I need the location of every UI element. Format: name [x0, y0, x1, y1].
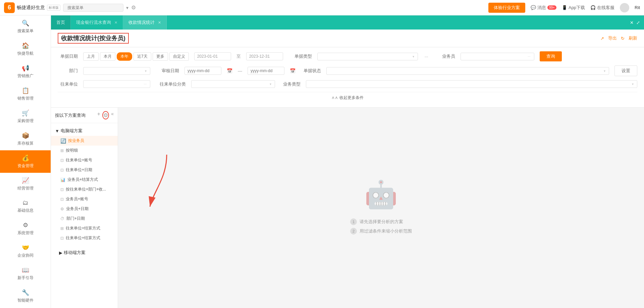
- sidebar-item-hardware[interactable]: 🔧 智能硬件: [0, 285, 51, 307]
- date-end-input[interactable]: [246, 52, 283, 60]
- tab-close-all-icon[interactable]: ✕: [630, 20, 634, 25]
- header-right: 体验行业方案 💬 消息 99+ 📱 App下载 🎧 在线客服 Rit: [488, 3, 640, 13]
- trial-button[interactable]: 体验行业方案: [488, 3, 525, 13]
- tab-receipts-label: 收款情况统计: [128, 19, 155, 25]
- tree-item-partner-settle2[interactable]: ⊡ 往来单位+结算方式: [51, 233, 118, 243]
- dept-select[interactable]: ▾: [83, 67, 150, 75]
- sidebar-item-system[interactable]: ⚙ 系统管理: [0, 217, 51, 240]
- tree-header-desktop[interactable]: ▼ 电脑端方案: [51, 126, 118, 136]
- messages-action[interactable]: 💬 消息 99+: [531, 5, 556, 11]
- tree-item-salesman[interactable]: 🔄 按业务员: [51, 136, 118, 146]
- salesman-select[interactable]: ···: [461, 53, 534, 60]
- online-service-action[interactable]: 🎧 在线客服: [590, 5, 614, 11]
- salesman-date-icon: ⚙: [60, 207, 64, 211]
- date-btn-7days[interactable]: 近7天: [133, 52, 151, 61]
- date-btn-more[interactable]: 更多: [153, 52, 168, 61]
- doc-type-label: 单据类型: [288, 53, 312, 59]
- collapse-panel-icon[interactable]: «: [111, 111, 114, 119]
- sidebar-item-guide[interactable]: 📖 新手引导: [0, 262, 51, 285]
- sidebar-item-inventory[interactable]: 📦 库存核算: [0, 128, 51, 150]
- home-icon: 🏠: [22, 42, 29, 49]
- tab-bar: 首页 现金银行流水查询 ✕ 收款情况统计 ✕ ✕ ⤢: [51, 15, 644, 30]
- review-end-input[interactable]: [248, 67, 284, 75]
- doc-type-select[interactable]: ▾: [317, 53, 418, 60]
- tab-expand-icon[interactable]: ⤢: [636, 20, 640, 25]
- sidebar-item-enterprise[interactable]: 🤝 企业协同: [0, 240, 51, 262]
- tab-spacer: [167, 15, 626, 30]
- system-icon: ⚙: [23, 221, 28, 229]
- partner-dots-icon: ···: [144, 82, 147, 86]
- tree-item-partner-dept[interactable]: ⊡ 按往来单位+部门+收...: [51, 185, 118, 194]
- date-btn-last-month[interactable]: 上月: [83, 52, 99, 61]
- tree-item-salesman-settle[interactable]: 📊 业务员+结算方式: [51, 175, 118, 185]
- logo-badge: 标准版: [47, 5, 60, 11]
- doc-type-dots[interactable]: ···: [425, 54, 428, 59]
- sidebar-item-ops[interactable]: 📈 经营管理: [0, 173, 51, 195]
- sidebar: 🔍 搜索菜单 🏠 快捷导航 📢 营销推广 📋 销售管理 🛒 采购管理 📦 库存核…: [0, 15, 51, 308]
- header-left: 6 畅捷通好生意 标准版 ▾ ⚙: [4, 2, 136, 13]
- tree-item-partner-date[interactable]: ⊡ 往来单位+日期: [51, 165, 118, 175]
- tab-bank-close-icon[interactable]: ✕: [114, 20, 117, 25]
- settings-button[interactable]: 设置: [614, 65, 637, 76]
- tree-item-partner-account[interactable]: ⊡ 往来单位+账号: [51, 155, 118, 165]
- add-scheme-icon[interactable]: +: [97, 111, 100, 119]
- tree-header-mobile[interactable]: ▶ 移动端方案: [55, 248, 114, 258]
- partner-type-select[interactable]: ▾: [191, 80, 275, 88]
- partner-settle1-icon: ⊞: [60, 226, 64, 231]
- partner-account-icon: ⊡: [60, 158, 64, 163]
- purchase-icon: 🛒: [22, 109, 29, 117]
- sidebar-item-search[interactable]: 🔍 搜索菜单: [0, 15, 51, 38]
- app-download-action[interactable]: 📱 App下载: [562, 5, 585, 11]
- dept-label: 部门: [58, 68, 78, 74]
- tab-receipts-close-icon[interactable]: ✕: [158, 20, 161, 25]
- export-button[interactable]: 导出: [608, 35, 617, 41]
- empty-area: 🤖 1 请先选择要分析的方案 2 用过滤条件来缩小分析范围: [118, 108, 644, 308]
- sidebar-item-basic[interactable]: 🗂 基础信息: [0, 195, 51, 217]
- tree-item-detail[interactable]: ⊞ 按明细: [51, 146, 118, 155]
- tree-item-salesman-date[interactable]: ⚙ 业务员+日期: [51, 204, 118, 214]
- query-button[interactable]: 查询: [540, 51, 562, 61]
- top-header: 6 畅捷通好生意 标准版 ▾ ⚙ 体验行业方案 💬 消息 99+ 📱 App下载…: [0, 0, 644, 15]
- tree-item-partner-account-label: 往来单位+账号: [66, 157, 92, 163]
- sidebar-item-marketing[interactable]: 📢 营销推广: [0, 60, 51, 83]
- tree-item-partner-settle1[interactable]: ⊞ 往来单位+结算方式: [51, 223, 118, 233]
- user-avatar[interactable]: [620, 3, 629, 12]
- partner-type-label: 往来单位分类: [156, 81, 186, 87]
- sidebar-item-finance[interactable]: 💰 资金管理: [0, 150, 51, 173]
- sidebar-label-guide: 新手引导: [17, 275, 34, 281]
- refresh-button[interactable]: 刷新: [629, 35, 637, 41]
- page-title: 收款情况统计(按业务员): [58, 33, 129, 44]
- mobile-expand-icon: ▶: [59, 250, 62, 255]
- date-btn-this-year[interactable]: 本年: [117, 52, 132, 61]
- date-btn-this-month[interactable]: 本月: [100, 52, 115, 61]
- date-btn-custom[interactable]: 自定义: [169, 52, 189, 61]
- doc-status-select[interactable]: ▾: [326, 67, 609, 75]
- detail-icon: ⊞: [60, 148, 64, 153]
- logo-area: 6 畅捷通好生意 标准版: [4, 2, 60, 13]
- biz-type-select[interactable]: ▾: [306, 80, 637, 88]
- salesman-arrow-icon: ···: [528, 55, 530, 58]
- review-date-label: 审核日期: [156, 68, 179, 74]
- settings-icon[interactable]: ⚙: [131, 4, 136, 11]
- partner-select[interactable]: ···: [83, 80, 150, 88]
- calendar-icon-2[interactable]: 📅: [290, 68, 296, 73]
- review-start-input[interactable]: [184, 67, 221, 75]
- inventory-icon: 📦: [22, 132, 29, 139]
- tab-bank[interactable]: 现金银行流水查询 ✕: [71, 15, 123, 30]
- tab-home[interactable]: 首页: [51, 15, 71, 30]
- tab-receipts[interactable]: 收款情况统计 ✕: [123, 15, 167, 30]
- sidebar-item-quicknav[interactable]: 🏠 快捷导航: [0, 38, 51, 60]
- calendar-icon-1[interactable]: 📅: [227, 68, 232, 73]
- date-start-input[interactable]: [194, 52, 231, 60]
- dropdown-arrow-icon[interactable]: ▾: [126, 5, 128, 10]
- tree-item-dept-date[interactable]: ⏱ 部门+日期: [51, 214, 118, 223]
- tree-section-desktop: ▼ 电脑端方案 🔄 按业务员 ⊞ 按明细 ⊡: [51, 123, 118, 246]
- collapse-bar[interactable]: ∧∧ 收起更多条件: [58, 92, 637, 103]
- sidebar-item-sales[interactable]: 📋 销售管理: [0, 83, 51, 105]
- tree-item-salesman-account[interactable]: ⊡ 业务员+账号: [51, 194, 118, 204]
- sidebar-item-purchase[interactable]: 🛒 采购管理: [0, 105, 51, 128]
- marketing-icon: 📢: [22, 64, 29, 72]
- basic-icon: 🗂: [22, 199, 29, 206]
- search-input[interactable]: [63, 4, 123, 12]
- gear-scheme-icon[interactable]: ⚙: [102, 111, 109, 119]
